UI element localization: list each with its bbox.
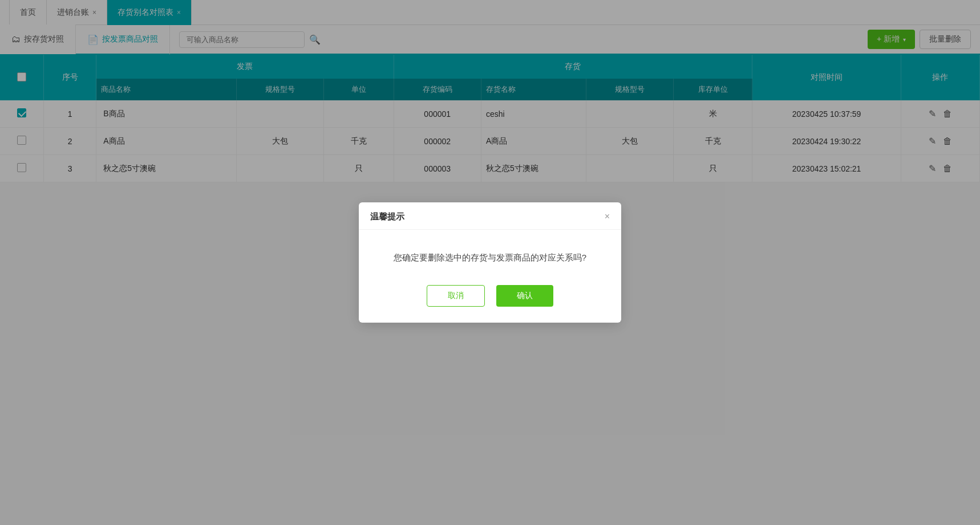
dialog-overlay: 温馨提示 × 您确定要删除选中的存货与发票商品的对应关系吗? 取消 确认 bbox=[0, 0, 980, 182]
